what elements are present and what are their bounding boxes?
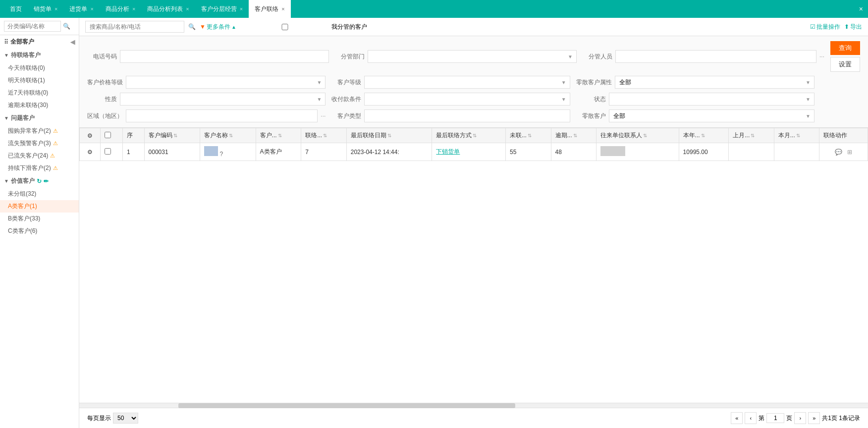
all-customers-header[interactable]: ⠿ 全部客户 ◀ (0, 35, 79, 49)
query-button[interactable]: 查询 (830, 41, 860, 55)
settings-button[interactable]: 设置 (830, 57, 860, 72)
manager-dots[interactable]: ··· (819, 53, 824, 60)
sidebar-item-7days[interactable]: 近7天待联络(0) (0, 87, 79, 99)
sidebar-item-declining[interactable]: 持续下滑客户(2) ⚠ (0, 162, 79, 174)
sidebar-item-class-a[interactable]: A类客户(1) (0, 200, 79, 213)
last-method-link[interactable]: 下销货单 (436, 148, 460, 155)
sidebar-item-today[interactable]: 今天待联络(0) (0, 62, 79, 74)
dept-label: 分管部门 (335, 53, 365, 61)
retail-attr-select[interactable]: 全部 (615, 76, 814, 89)
scrollbar-thumb[interactable] (178, 403, 515, 408)
payment-field: 收付款条件 ▼ (331, 93, 570, 106)
sidebar-item-tomorrow[interactable]: 明天待联络(1) (0, 74, 79, 87)
nav-tab-customer-tier[interactable]: 客户分层经营 × (195, 0, 249, 18)
my-customers-check[interactable] (240, 24, 329, 30)
my-customers-checkbox[interactable]: 我分管的客户 (240, 23, 367, 31)
phone-input[interactable] (120, 50, 329, 63)
edit-icon[interactable]: ✏ (44, 178, 49, 185)
nav-tab-product-list[interactable]: 商品分析列表 × (141, 0, 195, 18)
last-date-header[interactable]: 最后联络日期⇅ (346, 128, 432, 143)
next-page-button[interactable]: › (794, 412, 806, 424)
first-page-button[interactable]: « (731, 412, 743, 424)
sidebar-item-lost[interactable]: 已流失客户(24) ⚠ (0, 150, 79, 162)
payment-select[interactable] (364, 93, 570, 106)
close-purchase-tab[interactable]: × (90, 6, 93, 12)
close-product-list-tab[interactable]: × (186, 6, 189, 12)
row-checkbox[interactable] (101, 143, 123, 161)
warn-icon-3: ⚠ (50, 153, 55, 159)
sidebar-item-class-c[interactable]: C类客户(6) (0, 225, 79, 237)
problem-customers-header[interactable]: ▼ 问题客户 (0, 111, 79, 125)
region-dots[interactable]: ··· (321, 112, 326, 119)
region-input[interactable] (126, 109, 318, 122)
nav-tab-home[interactable]: 首页 (4, 0, 28, 18)
sidebar-search-icon[interactable]: 🔍 (63, 23, 70, 30)
row-contact-count: 7 (301, 143, 347, 161)
nav-tab-sales[interactable]: 销货单 × (28, 0, 63, 18)
nature-select[interactable] (120, 93, 326, 106)
gear-header[interactable]: ⚙ (80, 128, 101, 143)
customer-type-input[interactable] (364, 109, 570, 122)
overdue-header[interactable]: 逾期...⇅ (551, 128, 597, 143)
warn-icon-4: ⚠ (53, 165, 58, 171)
collapse-icon[interactable]: ◀ (70, 39, 75, 46)
refresh-icon[interactable]: ↻ (37, 178, 42, 185)
customer-type-field: 客户类型 (331, 109, 570, 122)
search-button[interactable]: 🔍 (188, 23, 196, 30)
sidebar-item-loss-warning[interactable]: 流失预警客户(3) ⚠ (0, 137, 79, 150)
select-all-checkbox[interactable] (105, 132, 111, 138)
close-all-tabs[interactable]: × (859, 5, 863, 13)
nav-tab-purchase[interactable]: 进货单 × (63, 0, 99, 18)
last-month-header[interactable]: 上月...⇅ (729, 128, 774, 143)
current-month-header[interactable]: 本月...⇅ (774, 128, 819, 143)
more-filters-button[interactable]: ▼ 更多条件 ▲ (200, 23, 236, 31)
contact-person-header[interactable]: 往来单位联系人⇅ (597, 128, 679, 143)
checkbox-header[interactable] (101, 128, 123, 143)
close-customer-contact-tab[interactable]: × (281, 6, 284, 12)
name-header[interactable]: 客户名称⇅ (200, 128, 256, 143)
sidebar-item-overdue[interactable]: 逾期未联络(30) (0, 99, 79, 111)
sidebar-search-input[interactable] (4, 21, 61, 32)
chat-action-icon[interactable]: 💬 (835, 149, 842, 156)
close-customer-tier-tab[interactable]: × (240, 6, 243, 12)
level-header[interactable]: 客户...⇅ (256, 128, 301, 143)
dept-select[interactable] (368, 50, 577, 63)
last-page-button[interactable]: » (808, 412, 820, 424)
status-select[interactable] (609, 93, 814, 106)
manager-input[interactable] (615, 50, 816, 63)
row-seq: 1 (123, 143, 145, 161)
contact-count-header[interactable]: 联络...⇅ (301, 128, 347, 143)
price-grade-select-wrapper: ▼ (126, 76, 326, 89)
no-contact-header[interactable]: 未联...⇅ (505, 128, 551, 143)
code-header[interactable]: 客户编码⇅ (144, 128, 200, 143)
nav-tab-product-analysis[interactable]: 商品分析 × (100, 0, 141, 18)
sidebar-item-unclassified[interactable]: 未分组(32) (0, 188, 79, 200)
search-input[interactable] (85, 21, 184, 33)
export-button[interactable]: ⬆ 导出 (844, 23, 862, 31)
horizontal-scrollbar[interactable] (79, 403, 868, 408)
close-product-analysis-tab[interactable]: × (132, 6, 135, 12)
batch-op-button[interactable]: ☑ 批量操作 (810, 23, 840, 31)
sidebar-item-hoarding[interactable]: 囤购异常客户(2) ⚠ (0, 125, 79, 137)
page-number-input[interactable] (766, 413, 784, 423)
prev-page-button[interactable]: ‹ (745, 412, 757, 424)
retail-customer-select[interactable]: 全部 (609, 109, 814, 122)
price-grade-select[interactable] (126, 76, 326, 89)
nature-field: 性质 ▼ (87, 93, 326, 106)
triangle-icon-3: ▼ (4, 178, 9, 184)
row-last-method[interactable]: 下销货单 (432, 143, 506, 161)
nav-tab-customer-contact[interactable]: 客户联络 × (249, 0, 290, 18)
grid-action-icon[interactable]: ⊞ (847, 149, 852, 156)
current-year-header[interactable]: 本年...⇅ (679, 128, 729, 143)
customer-grade-select-wrapper: ▼ (364, 76, 570, 89)
sidebar-item-class-b[interactable]: B类客户(33) (0, 213, 79, 225)
last-method-header[interactable]: 最后联络方式⇅ (432, 128, 506, 143)
row-select-checkbox[interactable] (105, 148, 111, 155)
pending-contact-header[interactable]: ▼ 待联络客户 (0, 49, 79, 62)
close-sales-tab[interactable]: × (54, 6, 57, 12)
customer-grade-select[interactable] (364, 76, 570, 89)
value-customers-header[interactable]: ▼ 价值客户 ↻ ✏ (0, 174, 79, 188)
page-size-select[interactable]: 50 100 200 (113, 413, 138, 424)
nature-label: 性质 (87, 95, 117, 104)
row-gear[interactable]: ⚙ (80, 143, 101, 161)
